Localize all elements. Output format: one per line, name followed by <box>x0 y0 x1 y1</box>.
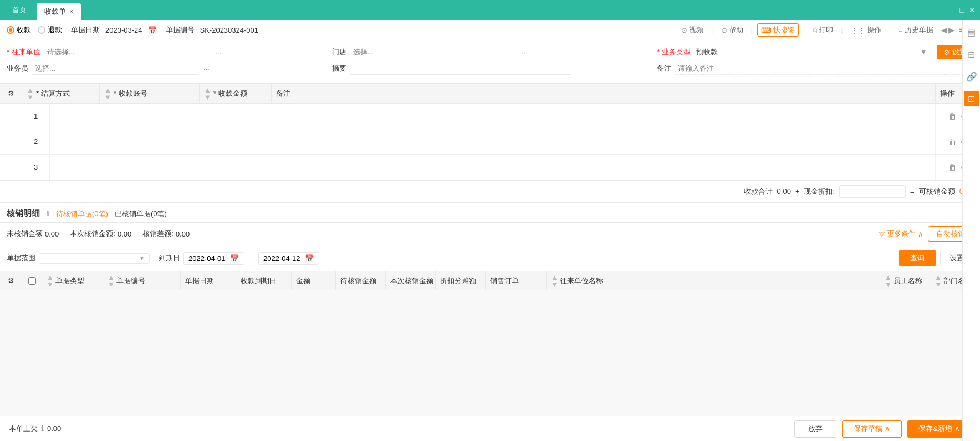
td-idx-1-num: 1 <box>22 104 50 129</box>
shortcut-icon: ⌨ <box>761 26 772 34</box>
bth-this: 本次核销金额 <box>386 271 436 290</box>
right-sidebar: ▤ ⊟ 🔗 ⊡ <box>962 20 980 441</box>
form-row-1: * 往来单位 ··· 门店 ··· * 业务类型 预收款 ▼ ⚙ 设置 <box>7 45 973 59</box>
sort-arrows-account: ▲▼ <box>104 86 111 101</box>
sidebar-icon-table[interactable]: ▤ <box>964 24 979 40</box>
this-amount-stat: 本次核销金额: 0.00 <box>70 229 131 239</box>
btn-help[interactable]: ⊙ 帮助 <box>718 24 747 36</box>
writeoff-header: 核销明细 ℹ 待核销单据(0笔) 已核销单据(0笔) <box>0 203 980 223</box>
date-to-value: 2022-04-12 <box>263 254 300 263</box>
td-amount-2[interactable] <box>227 129 299 154</box>
docnum-field: 单据编号 SK-20230324-001 <box>166 25 259 35</box>
btn-ops[interactable]: ⋮⋮ 操作 <box>848 24 885 36</box>
table-row: 1 🗑 ⊕ <box>0 104 980 129</box>
td-account-1[interactable] <box>127 104 227 129</box>
btn-video[interactable]: ⊙ 视频 <box>678 24 707 36</box>
btn-history[interactable]: ≡ 历史单据 <box>895 24 937 36</box>
td-amount-1[interactable] <box>227 104 299 129</box>
range-select[interactable]: ▼ <box>39 253 150 264</box>
plus-sign: + <box>795 187 800 196</box>
radio-refund-circle <box>38 26 45 34</box>
filter-icon: ▽ <box>879 230 885 238</box>
tab-home[interactable]: 首页 <box>4 2 34 18</box>
writeoff-info-icon[interactable]: ℹ <box>47 209 49 218</box>
table-header: ⚙ ▲▼ * 结算方式 ▲▼ * 收款账号 ▲▼ * 收款金额 备注 操作 <box>0 84 980 104</box>
this-amount-label: 本次核销金额: <box>70 229 115 239</box>
staff-input[interactable] <box>32 63 198 75</box>
sidebar-icon-frame[interactable]: ⊡ <box>964 91 979 106</box>
td-account-3[interactable] <box>127 155 227 180</box>
bth-settings[interactable]: ⚙ <box>0 271 22 290</box>
main-content: 收款 退款 单据日期 2023-03-24 📅 单据编号 SK-20230324… <box>0 20 980 441</box>
company-more-icon[interactable]: ··· <box>213 48 224 57</box>
td-remark-1[interactable] <box>299 104 936 129</box>
nav-prev-icon[interactable]: ◀ <box>941 25 947 34</box>
th-remark: 备注 <box>272 84 936 103</box>
query-btn[interactable]: 查询 <box>899 250 936 266</box>
business-type-chevron-icon[interactable]: ▼ <box>920 48 927 56</box>
sidebar-icon-link[interactable]: 🔗 <box>964 69 979 84</box>
nav-next-icon[interactable]: ▶ <box>948 25 955 34</box>
bth-date: 单据日期 <box>181 271 236 290</box>
receipt-table: ⚙ ▲▼ * 结算方式 ▲▼ * 收款账号 ▲▼ * 收款金额 备注 操作 <box>0 83 980 181</box>
window-close-icon[interactable]: ✕ <box>969 6 976 14</box>
business-type-label: * 业务类型 <box>657 47 691 57</box>
radio-refund-label: 退款 <box>48 25 62 35</box>
abandon-btn[interactable]: 放弃 <box>794 420 836 438</box>
calendar-from-icon[interactable]: 📅 <box>230 254 239 263</box>
tab-active[interactable]: 收款单 × <box>37 3 81 20</box>
delete-icon-2[interactable]: 🗑 <box>948 137 956 146</box>
discount-input[interactable] <box>839 185 906 198</box>
settings-gear-icon: ⚙ <box>943 48 950 57</box>
date-from-input[interactable]: 2022-04-01 📅 <box>183 252 244 265</box>
print-icon: ⎙ <box>813 26 817 34</box>
td-settlement-1[interactable] <box>50 104 127 129</box>
delete-icon-1[interactable]: 🗑 <box>948 112 956 121</box>
bth-staff: ▲▼ 员工名称 <box>880 271 930 290</box>
sort-company: ▲▼ <box>551 274 558 288</box>
writeoff-title: 核销明细 <box>7 208 40 219</box>
calendar-to-icon[interactable]: 📅 <box>305 254 314 263</box>
tab-active-label: 收款单 <box>44 7 66 17</box>
radio-refund[interactable]: 退款 <box>38 25 62 35</box>
btn-print[interactable]: ⎙ 打印 <box>809 24 836 36</box>
range-chevron-icon: ▼ <box>139 255 145 261</box>
window-restore-icon[interactable]: □ <box>960 6 964 14</box>
td-settlement-2[interactable] <box>50 129 127 154</box>
th-settings[interactable]: ⚙ <box>0 84 22 103</box>
delete-icon-3[interactable]: 🗑 <box>948 163 956 172</box>
nav-arrows: ◀ ▶ <box>941 25 955 34</box>
store-more-icon[interactable]: ··· <box>519 48 530 57</box>
store-input[interactable] <box>350 46 516 58</box>
radio-receipt[interactable]: 收款 <box>7 25 31 35</box>
select-all-checkbox[interactable] <box>28 277 36 285</box>
pending-tab-link[interactable]: 待核销单据(0笔) <box>56 209 108 219</box>
bth-settings-icon: ⚙ <box>8 276 14 285</box>
calendar-icon[interactable]: 📅 <box>148 26 157 34</box>
date-to-input[interactable]: 2022-04-12 📅 <box>258 252 319 265</box>
bth-amount: 金额 <box>292 271 336 290</box>
ops-icon: ⋮⋮ <box>851 26 865 34</box>
company-input[interactable] <box>44 46 210 58</box>
tab-close-icon[interactable]: × <box>69 8 73 16</box>
note-input[interactable] <box>675 63 973 75</box>
td-remark-3[interactable] <box>299 155 936 180</box>
td-account-2[interactable] <box>127 129 227 154</box>
summary-input[interactable] <box>350 63 571 75</box>
footer-info-icon[interactable]: ℹ <box>41 424 44 433</box>
save-btn-label: 保存&新增 <box>918 424 952 434</box>
more-conditions-btn[interactable]: ▽ 更多条件 ∧ <box>879 229 923 239</box>
staff-more-icon[interactable]: ··· <box>201 65 212 73</box>
draft-btn[interactable]: 保存草稿 ∧ <box>842 420 902 438</box>
btn-shortcut[interactable]: ⌨ 快捷键 <box>757 23 799 37</box>
diff-value: 0.00 <box>176 230 190 238</box>
table-row: 3 🗑 ⊕ <box>0 155 980 180</box>
bth-check[interactable] <box>22 271 42 290</box>
td-remark-2[interactable] <box>299 129 936 154</box>
done-tab-link[interactable]: 已核销单据(0笔) <box>115 209 167 219</box>
sidebar-icon-doc[interactable]: ⊟ <box>964 47 979 62</box>
td-settlement-3[interactable] <box>50 155 127 180</box>
receipt-refund-radio-group: 收款 退款 <box>7 25 62 35</box>
td-amount-3[interactable] <box>227 155 299 180</box>
save-btn[interactable]: 保存&新增 ∧ <box>907 420 971 438</box>
